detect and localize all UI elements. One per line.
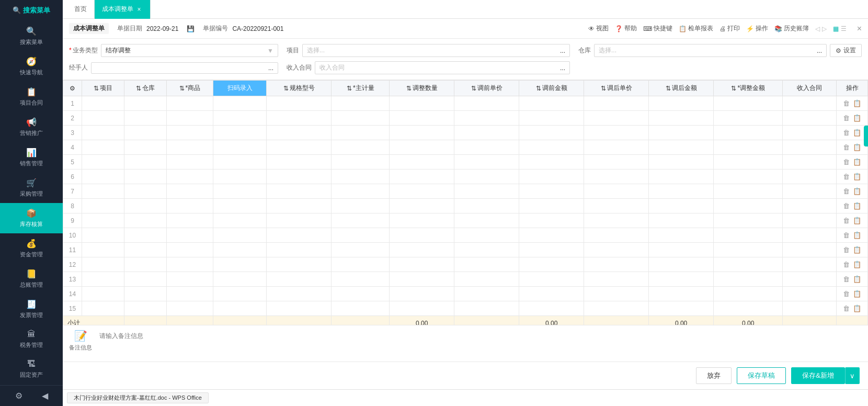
tab-cost-adjust[interactable]: 成本调整单 ×: [95, 0, 151, 19]
delete-row-icon[interactable]: 🗑: [843, 275, 850, 283]
table-cell[interactable]: [267, 301, 332, 316]
copy-row-icon[interactable]: 📋: [853, 158, 861, 166]
action-help[interactable]: ❓ 帮助: [615, 24, 637, 33]
table-cell[interactable]: [519, 243, 584, 257]
sidebar-item-tax[interactable]: 🏛 税务管理: [0, 324, 63, 354]
table-cell[interactable]: [390, 184, 454, 199]
table-cell[interactable]: [519, 155, 584, 170]
table-cell[interactable]: [390, 155, 454, 170]
table-cell[interactable]: [783, 155, 837, 170]
table-cell[interactable]: [82, 170, 124, 184]
table-cell[interactable]: [390, 170, 454, 184]
table-cell[interactable]: [454, 213, 519, 228]
table-cell[interactable]: [82, 96, 124, 111]
table-cell[interactable]: [332, 272, 390, 287]
table-cell[interactable]: [124, 126, 166, 140]
table-cell[interactable]: [390, 228, 454, 243]
table-cell[interactable]: [390, 111, 454, 126]
table-cell[interactable]: [584, 228, 649, 243]
table-cell[interactable]: [584, 287, 649, 301]
table-cell[interactable]: [82, 301, 124, 316]
tab-home[interactable]: 首页: [67, 0, 95, 19]
table-cell[interactable]: [783, 287, 837, 301]
table-cell[interactable]: [332, 170, 390, 184]
table-cell[interactable]: [166, 111, 213, 126]
delete-row-icon[interactable]: 🗑: [843, 217, 850, 224]
table-cell[interactable]: [649, 155, 714, 170]
table-cell[interactable]: [584, 213, 649, 228]
col-settings[interactable]: ⚙: [63, 81, 82, 96]
sidebar-item-ledger[interactable]: 📒 总账管理: [0, 264, 63, 294]
table-cell[interactable]: [454, 228, 519, 243]
notes-input[interactable]: [97, 330, 862, 348]
table-cell[interactable]: [519, 287, 584, 301]
sidebar-item-contract[interactable]: 📋 项目合同: [0, 82, 63, 112]
table-cell[interactable]: [166, 301, 213, 316]
table-cell[interactable]: [519, 96, 584, 111]
copy-row-icon[interactable]: 📋: [853, 129, 861, 137]
table-cell[interactable]: [454, 140, 519, 155]
table-cell[interactable]: [82, 287, 124, 301]
table-cell[interactable]: [332, 301, 390, 316]
table-cell[interactable]: [649, 257, 714, 272]
table-cell[interactable]: [267, 111, 332, 126]
table-cell[interactable]: [124, 301, 166, 316]
table-cell[interactable]: [519, 301, 584, 316]
table-cell[interactable]: [213, 199, 266, 213]
table-cell[interactable]: [267, 126, 332, 140]
table-cell[interactable]: [166, 155, 213, 170]
table-cell[interactable]: [584, 199, 649, 213]
table-cell[interactable]: [82, 126, 124, 140]
table-cell[interactable]: [649, 287, 714, 301]
sidebar-item-asset[interactable]: 🏗 固定资产: [0, 354, 63, 384]
table-cell[interactable]: [519, 272, 584, 287]
business-type-select[interactable]: 结存调整 ▼: [101, 44, 278, 57]
delete-row-icon[interactable]: 🗑: [843, 261, 850, 268]
table-cell[interactable]: [267, 199, 332, 213]
delete-row-icon[interactable]: 🗑: [843, 114, 850, 122]
table-cell[interactable]: [714, 272, 783, 287]
table-cell[interactable]: [124, 287, 166, 301]
table-cell[interactable]: [454, 272, 519, 287]
table-cell[interactable]: [584, 140, 649, 155]
sidebar-item-nav[interactable]: 🧭 快速导航: [0, 51, 63, 82]
table-cell[interactable]: [390, 96, 454, 111]
table-cell[interactable]: [783, 96, 837, 111]
table-cell[interactable]: [390, 243, 454, 257]
table-cell[interactable]: [82, 257, 124, 272]
table-cell[interactable]: [82, 272, 124, 287]
delete-row-icon[interactable]: 🗑: [843, 231, 850, 239]
table-cell[interactable]: [166, 96, 213, 111]
table-cell[interactable]: [267, 96, 332, 111]
table-cell[interactable]: [267, 257, 332, 272]
tab-cost-adjust-close[interactable]: ×: [135, 6, 143, 13]
layout-icon-list[interactable]: ☰: [841, 25, 847, 32]
sidebar-item-purchase[interactable]: 🛒 采购管理: [0, 173, 63, 203]
table-cell[interactable]: [124, 213, 166, 228]
table-cell[interactable]: [454, 287, 519, 301]
table-cell[interactable]: [519, 199, 584, 213]
save-new-dropdown-button[interactable]: ∨: [845, 367, 860, 384]
table-cell[interactable]: [649, 170, 714, 184]
delete-row-icon[interactable]: 🗑: [843, 158, 850, 166]
table-cell[interactable]: [454, 199, 519, 213]
handler-select[interactable]: ...: [91, 62, 278, 74]
sidebar-item-finance[interactable]: 💰 资金管理: [0, 233, 63, 264]
sidebar-item-sales[interactable]: 📊 销售管理: [0, 142, 63, 173]
table-cell[interactable]: [166, 213, 213, 228]
table-cell[interactable]: [584, 126, 649, 140]
table-cell[interactable]: [390, 272, 454, 287]
table-cell[interactable]: [166, 170, 213, 184]
table-cell[interactable]: [213, 140, 266, 155]
table-cell[interactable]: [714, 155, 783, 170]
table-cell[interactable]: [332, 111, 390, 126]
table-cell[interactable]: [124, 96, 166, 111]
table-cell[interactable]: [714, 140, 783, 155]
table-cell[interactable]: [519, 228, 584, 243]
table-cell[interactable]: [714, 213, 783, 228]
sidebar-item-search[interactable]: 🔍 搜索菜单: [0, 21, 63, 51]
project-select[interactable]: 选择... ...: [302, 44, 570, 57]
table-cell[interactable]: [649, 111, 714, 126]
table-cell[interactable]: [332, 96, 390, 111]
table-cell[interactable]: [332, 257, 390, 272]
